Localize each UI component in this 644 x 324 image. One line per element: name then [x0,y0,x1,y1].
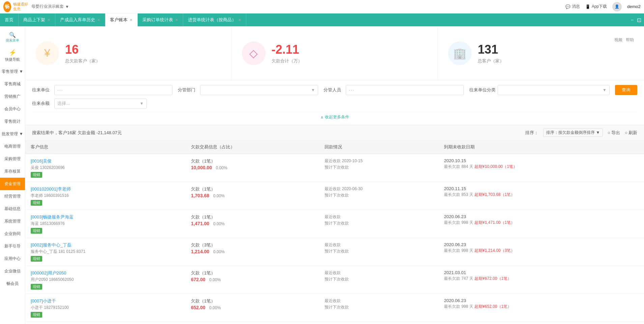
chevron-up-icon: ∧ [320,115,324,120]
minimize-icon[interactable]: － [629,17,635,24]
table-row: [0001020001]李老师 李老师 18600391516 现销 欠款（1笔… [25,182,644,210]
balance-input[interactable]: 选择... ▼ [54,98,147,109]
collect-next-5: 预计下次收款 [325,304,433,310]
overdue-link-1[interactable]: 超期¥1,703.68（1笔） [474,192,515,197]
table-row: [0007]小迸干 小迸干 18279152100 现销 欠款（1笔） 652.… [25,294,644,322]
video-help-button[interactable]: 视频 [614,37,622,43]
customer-name-link-1[interactable]: [0001020001]李老师 [31,186,180,192]
tab-goods[interactable]: 商品上下架 ✕ [19,13,55,26]
close-icon[interactable]: ✕ [97,18,100,22]
customer-name-link-5[interactable]: [0007]小迸干 [31,298,180,304]
debt-count-1: 欠款（1笔） [191,186,314,192]
sidebar-item-apps[interactable]: 应用中心 [0,253,25,265]
filter-collapse-button[interactable]: ∧ 收起更多条件 [32,112,637,122]
sidebar-item-enterprise[interactable]: 企业协同 [0,228,25,240]
col-collect: 回款情况 [319,141,439,154]
sidebar-item-vip[interactable]: 畅会员 [0,277,25,290]
close-icon[interactable]: ✕ [238,18,241,22]
sidebar-item-quick-nav[interactable]: ⚡ 快捷导航 [0,46,25,65]
maximize-icon[interactable]: ⊡ [637,17,641,23]
customer-tag-0: 现销 [31,172,42,178]
close-icon[interactable]: ✕ [47,18,50,22]
stat-content-1: 16 总欠款客户（家） [65,42,100,64]
filter-row-2: 往来余额 选择... ▼ [32,98,637,109]
sidebar-item-newbie[interactable]: 新手引导 [0,240,25,253]
tab-home[interactable]: 首页 [0,13,19,26]
sidebar-item-batch-mgmt[interactable]: 批发管理 ▼ [0,128,25,140]
sidebar-item-purchase-mgmt[interactable]: 采购管理 [0,153,25,165]
cell-customer-3: [0002]服务中心_丁磊 服务中心_丁磊 181 0125 8371 现销 [25,238,186,266]
customer-name-link-3[interactable]: [0002]服务中心_丁磊 [31,242,180,248]
sidebar-item-basic[interactable]: 基础信息 [0,203,25,215]
sort-select[interactable]: 排序：按欠款金额倒序排序 ▼ [543,128,603,137]
debt-pct-0: 0.00% [216,166,227,170]
app-download-button[interactable]: 📱 App下载 [585,4,607,9]
sidebar-item-operation[interactable]: 经营管理 [0,190,25,203]
source-unit-input[interactable]: ··· [54,85,172,95]
sidebar-item-retail-mgmt[interactable]: 零售管理 ▼ [0,65,25,78]
sidebar-item-retail-mall[interactable]: 零售商城 [0,78,25,90]
manager-input[interactable]: ··· [346,85,464,95]
top-bar-left: 畅 畅捷通好生意 母婴行业演示账套 ▼ [3,1,565,12]
manager-label: 分管人员 [324,87,344,93]
stat-help-buttons: 视频 帮助 [614,34,634,43]
category-label: 往来单位分类 [469,87,496,93]
overdue-link-0[interactable]: 超期¥10,000.00（1笔） [474,164,517,169]
sidebar-item-inventory[interactable]: 库存核算 [0,165,25,178]
query-button[interactable]: 查询 [615,85,637,95]
collect-recent-5: 最近收款 [325,298,433,304]
tabs-bar-end: － ⊡ [629,17,644,24]
close-icon[interactable]: ✕ [175,18,178,22]
customer-name-link-2[interactable]: [0003]畅捷服务尹海蓝 [31,214,180,220]
tab-purchase[interactable]: 采购订单统计表 ✕ [138,13,183,26]
col-debt: 欠款交易信息（占比） [186,141,319,154]
cell-customer-6: [0006]去下粮仓 陈小希 现销 [25,322,186,324]
cell-customer-0: [0016]吴俊 吴俊 13026203696 现销 [25,154,186,182]
avatar[interactable]: 👤 [612,2,622,11]
customer-name-link-4[interactable]: [000002]用户2050 [31,270,180,276]
sidebar-item-finance[interactable]: 资金管理 [0,178,25,190]
table-header: 客户信息 欠款交易信息（占比） 回款情况 到期未收款日期 [25,141,644,154]
chevron-down-icon: ▼ [311,88,315,92]
top-bar-right: 💬 消息 📱 App下载 👤 demo2 [565,2,641,11]
retail-mgmt-label: 零售管理 [2,69,18,74]
col-overdue: 到期未收款日期 [439,141,644,154]
overdue-link-5[interactable]: 超期¥652.00（1笔） [474,304,511,309]
search-menu[interactable]: 🔍 搜索菜单 [0,29,25,46]
table-row: [0003]畅捷服务尹海蓝 海蓝 18513066976 现销 欠款（1笔） 1… [25,210,644,238]
results-info: 搜索结果中，客户16家 欠款金额 -21,148.07元 [32,130,122,136]
customer-name-link-0[interactable]: [0016]吴俊 [31,158,180,164]
filter-dept: 分管部门 ▼ [178,85,318,95]
category-input[interactable]: ▼ [498,85,610,95]
refresh-button[interactable]: ○ 刷新 [625,130,637,136]
export-button[interactable]: ○ 导出 [608,130,620,136]
cell-overdue-2: 2020.06.23 最长欠款 998 天 超期¥1,471.00（1笔） [439,210,644,238]
dept-input[interactable]: ▼ [200,85,318,95]
tab-produce[interactable]: 产成品入库单历史 ✕ [55,13,105,26]
sidebar-item-retail-stat[interactable]: 零售统计 [0,115,25,128]
collect-next-3: 预计下次收款 [325,248,433,254]
sidebar-item-marketing[interactable]: 营销推广 [0,90,25,103]
stat-block-debt-customers: ¥ 16 总欠款客户（家） [25,26,232,80]
tab-customer[interactable]: 客户账本 ✕ [105,13,138,26]
collect-next-0: 预计下次收款 [325,165,433,170]
sidebar-item-ecommerce[interactable]: 电商管理 [0,140,25,153]
stat-label-3: 总客户（家） [478,58,504,64]
debt-amount-1: 1,703.68 [191,193,209,198]
overdue-link-2[interactable]: 超期¥1,471.00（1笔） [474,220,515,225]
customer-contact-3: 服务中心_丁磊 181 0125 8371 [31,249,180,255]
close-icon[interactable]: ✕ [130,18,133,22]
sidebar-item-corp-wx[interactable]: 企业微信 [0,265,25,277]
sidebar-item-system[interactable]: 系统管理 [0,215,25,228]
tab-stock[interactable]: 进货单统计表（按商品） ✕ [183,13,246,26]
logo-area: 畅 畅捷通好生意 [3,1,29,12]
data-table: 客户信息 欠款交易信息（占比） 回款情况 到期未收款日期 [0016]吴俊 吴俊… [25,141,644,324]
dept-label: 分管部门 [178,87,198,93]
stat-icon-diamond: ◇ [242,41,265,65]
message-button[interactable]: 💬 消息 [565,4,580,9]
overdue-link-3[interactable]: 超期¥1,214.00（3笔） [474,248,515,253]
help-button[interactable]: 帮助 [626,37,634,43]
sidebar-item-member[interactable]: 会员中心 [0,103,25,115]
overdue-link-4[interactable]: 超期¥672.00（1笔） [474,276,511,281]
stat-value-3: 131 [478,42,504,57]
